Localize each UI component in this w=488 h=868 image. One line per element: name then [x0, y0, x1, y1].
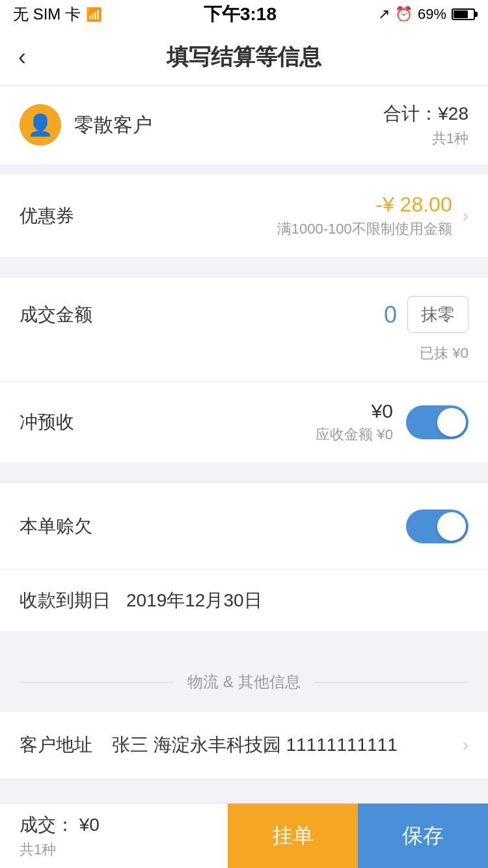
bottom-bar: 成交： ¥0 共1种 挂单 保存 — [0, 803, 488, 868]
address-value: 张三 海淀永丰科技园 11111111111 — [112, 733, 463, 757]
logistics-section-divider: 物流 & 其他信息 — [0, 662, 488, 701]
prepay-amount: ¥0 — [316, 400, 393, 422]
customer-right: 合计：¥28 共1种 — [383, 102, 468, 148]
prepay-row: 冲预收 ¥0 应收金额 ¥0 — [0, 381, 488, 463]
due-date-value: 2019年12月30日 — [126, 588, 262, 613]
deal-amount-value: 0 — [384, 301, 397, 329]
carrier-label: 无 SIM 卡 — [13, 4, 81, 25]
chevron-right-icon: › — [463, 206, 468, 226]
coupon-value-col: -¥ 28.00 满1000-100不限制使用金额 — [277, 193, 452, 239]
deal-amount-row: 成交金额 0 抹零 — [0, 278, 488, 344]
due-date-label: 收款到期日 — [20, 588, 111, 613]
deal-sub-label: 已抹 ¥0 — [420, 345, 468, 361]
prepay-toggle[interactable] — [406, 405, 468, 439]
section-gap-2 — [0, 473, 488, 483]
bottom-deal-amount: ¥0 — [79, 815, 100, 835]
customer-left: 👤 零散客户 — [20, 104, 152, 146]
bottom-info: 成交： ¥0 共1种 — [0, 804, 228, 868]
debt-card: 本单赊欠 收款到期日 2019年12月30日 — [0, 483, 488, 631]
coupon-amount: -¥ 28.00 — [277, 193, 452, 217]
customer-name: 零散客户 — [74, 112, 152, 139]
nav-bar: ‹ 填写结算等信息 — [0, 29, 488, 86]
bottom-count: 共1种 — [20, 840, 228, 860]
debt-row: 本单赊欠 — [0, 483, 488, 569]
prepay-right: ¥0 应收金额 ¥0 — [316, 400, 468, 444]
battery-icon — [452, 8, 475, 20]
hold-button[interactable]: 挂单 — [228, 804, 358, 868]
toggle-knob — [437, 408, 466, 437]
customer-row: 👤 零散客户 合计：¥28 共1种 — [0, 86, 488, 164]
due-date-row: 收款到期日 2019年12月30日 — [0, 569, 488, 631]
status-left: 无 SIM 卡 📶 — [13, 4, 102, 25]
status-bar: 无 SIM 卡 📶 下午3:18 ↗ ⏰ 69% — [0, 0, 488, 29]
coupon-desc: 满1000-100不限制使用金额 — [277, 219, 452, 239]
customer-card: 👤 零散客户 合计：¥28 共1种 — [0, 86, 488, 164]
prepay-sub: 应收金额 ¥0 — [316, 425, 393, 444]
alarm-icon: ⏰ — [395, 6, 413, 23]
logistics-label: 物流 & 其他信息 — [174, 671, 313, 692]
section-gap-5 — [0, 701, 488, 712]
section-gap-4 — [0, 652, 488, 662]
status-time: 下午3:18 — [204, 2, 277, 27]
coupon-row[interactable]: 优惠券 -¥ 28.00 满1000-100不限制使用金额 › — [0, 174, 488, 257]
location-icon: ↗ — [378, 6, 390, 23]
section-gap-3 — [0, 642, 488, 652]
address-row[interactable]: 客户地址 张三 海淀永丰科技园 11111111111 › — [0, 712, 488, 778]
total-count: 共1种 — [383, 129, 468, 148]
avatar-icon: 👤 — [27, 113, 53, 137]
save-button[interactable]: 保存 — [358, 804, 488, 868]
coupon-label: 优惠券 — [20, 204, 74, 228]
debt-label: 本单赊欠 — [20, 514, 92, 539]
bottom-deal-label: 成交： — [20, 815, 74, 835]
coupon-right: -¥ 28.00 满1000-100不限制使用金额 › — [277, 193, 468, 239]
battery-percent: 69% — [418, 6, 446, 23]
wifi-icon: 📶 — [86, 7, 102, 22]
address-chevron-icon: › — [463, 735, 468, 755]
bottom-deal-row: 成交： ¥0 — [20, 813, 228, 837]
debt-toggle[interactable] — [406, 509, 468, 543]
deal-amount-label: 成交金额 — [20, 303, 92, 327]
address-label: 客户地址 — [20, 733, 92, 757]
back-button[interactable]: ‹ — [18, 44, 26, 71]
avatar: 👤 — [20, 104, 61, 146]
status-right: ↗ ⏰ 69% — [378, 6, 475, 23]
deal-amount-right: 0 抹零 — [384, 296, 468, 333]
deal-amount-card: 成交金额 0 抹零 已抹 ¥0 冲预收 ¥0 应收金额 ¥0 — [0, 278, 488, 463]
deal-sub-row: 已抹 ¥0 — [0, 344, 488, 381]
debt-toggle-knob — [437, 512, 466, 541]
prepay-label: 冲预收 — [20, 410, 74, 435]
rubzero-button[interactable]: 抹零 — [407, 296, 468, 333]
section-gap-1 — [0, 267, 488, 278]
page-title: 填写结算等信息 — [167, 42, 321, 72]
prepay-value-col: ¥0 应收金额 ¥0 — [316, 400, 393, 444]
coupon-card: 优惠券 -¥ 28.00 满1000-100不限制使用金额 › — [0, 174, 488, 257]
content: 👤 零散客户 合计：¥28 共1种 优惠券 -¥ 28.00 满1000-100… — [0, 86, 488, 856]
total-amount: 合计：¥28 — [383, 102, 468, 126]
